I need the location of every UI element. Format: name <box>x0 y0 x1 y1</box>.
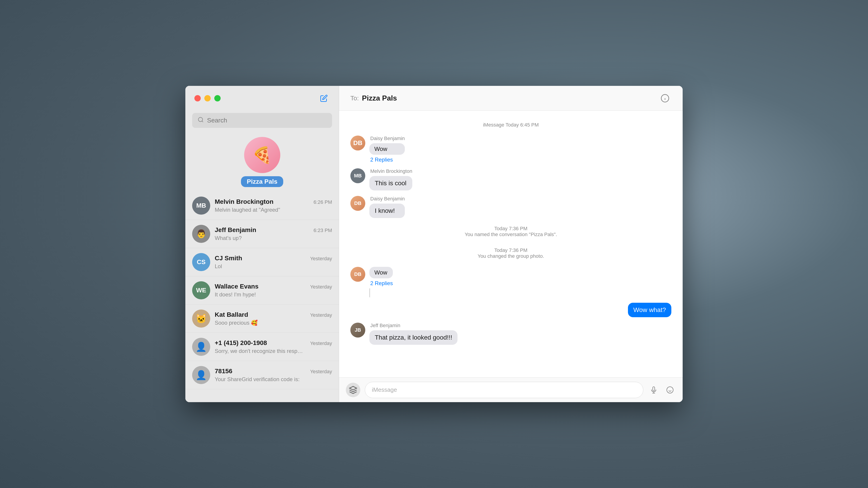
conv-info-jeff: Jeff Benjamin 6:23 PM What's up? <box>215 226 332 241</box>
msg-sender-2: Melvin Brockington <box>370 168 412 174</box>
search-input[interactable] <box>207 117 327 124</box>
msg-sender-1: Daisy Benjamin <box>370 135 405 141</box>
bubble-5: Wow what? <box>628 303 671 317</box>
conv-time-78156: Yesterday <box>310 369 332 375</box>
conv-time-cj: Yesterday <box>310 256 332 262</box>
conv-info-wallace: Wallace Evans Yesterday It does! I'm hyp… <box>215 283 332 298</box>
audio-button[interactable] <box>648 384 659 396</box>
replies-link-2[interactable]: 2 Replies <box>370 280 393 287</box>
avatar-wallace: WE <box>192 281 210 299</box>
conv-info-melvin: Melvin Brockington 6:26 PM Melvin laughe… <box>215 198 332 213</box>
conv-preview-kat: Sooo precious 🥰 <box>215 320 305 326</box>
message-row-1: DB Daisy Benjamin Wow 2 Replies <box>350 135 671 163</box>
conversation-item-jeff[interactable]: 👨 Jeff Benjamin 6:23 PM What's up? <box>185 220 339 248</box>
system-msg-time-3: Today 7:36 PM <box>494 248 528 253</box>
message-row-4: DB Wow 2 Replies <box>350 267 671 287</box>
avatar-cj: CS <box>192 253 210 271</box>
conv-time-kat: Yesterday <box>310 312 332 318</box>
messages-window: 🍕 Pizza Pals MB Melvin Brockington 6:26 … <box>185 86 683 402</box>
bubble-3: I know! <box>369 203 405 218</box>
group-name-badge: Pizza Pals <box>241 176 283 187</box>
message-row-6: JB Jeff Benjamin That pizza, it looked g… <box>350 323 671 345</box>
conversation-item-78156[interactable]: 👤 78156 Yesterday Your ShareGrid verific… <box>185 361 339 389</box>
titlebar <box>185 86 339 111</box>
conv-info-78156: 78156 Yesterday Your ShareGrid verificat… <box>215 367 332 383</box>
pizza-icon: 🍕 <box>252 146 272 164</box>
emoji-button[interactable] <box>664 384 676 396</box>
msg-content-3: Daisy Benjamin I know! <box>369 196 405 218</box>
close-button[interactable] <box>194 95 201 101</box>
avatar-daisy-1: DB <box>350 135 365 151</box>
conv-name-cj: CJ Smith <box>215 255 242 262</box>
search-icon <box>197 117 204 125</box>
chat-area: To: Pizza Pals iMessage Today 6:45 PM DB <box>339 86 683 402</box>
conv-name-78156: 78156 <box>215 367 232 375</box>
maximize-button[interactable] <box>214 95 221 101</box>
group-avatar: 🍕 <box>244 137 280 173</box>
message-input-placeholder: iMessage <box>372 386 397 393</box>
search-bar[interactable] <box>192 113 332 128</box>
avatar-78156: 👤 <box>192 366 210 384</box>
msg-content-6: Jeff Benjamin That pizza, it looked good… <box>369 323 458 345</box>
msg-sender-6: Jeff Benjamin <box>370 323 458 328</box>
msg-content-1: Daisy Benjamin Wow 2 Replies <box>369 135 405 163</box>
chat-info-button[interactable] <box>659 92 671 105</box>
conv-name-kat: Kat Ballard <box>215 311 248 318</box>
conversation-item-kat[interactable]: 🐱 Kat Ballard Yesterday Sooo precious 🥰 <box>185 304 339 333</box>
chat-header: To: Pizza Pals <box>339 86 683 111</box>
conv-name-phone: +1 (415) 200-1908 <box>215 339 267 347</box>
avatar-daisy-2: DB <box>350 196 365 211</box>
msg-sender-3: Daisy Benjamin <box>370 196 405 202</box>
conv-info-phone: +1 (415) 200-1908 Yesterday Sorry, we do… <box>215 339 332 354</box>
conv-time-melvin: 6:26 PM <box>313 199 332 205</box>
msg-content-5: Wow what? <box>628 303 671 317</box>
conv-info-cj: CJ Smith Yesterday Lol <box>215 255 332 269</box>
conv-preview-phone: Sorry, we don't recognize this response.… <box>215 348 305 354</box>
conv-preview-jeff: What's up? <box>215 235 305 241</box>
conversation-item-melvin[interactable]: MB Melvin Brockington 6:26 PM Melvin lau… <box>185 192 339 220</box>
avatar-daisy-3: DB <box>350 267 365 282</box>
message-row-5: Wow what? <box>350 303 671 317</box>
compose-button[interactable] <box>318 92 330 104</box>
msg-content-4: Wow 2 Replies <box>369 267 393 287</box>
bubble-4: Wow <box>369 267 393 278</box>
conv-info-kat: Kat Ballard Yesterday Sooo precious 🥰 <box>215 311 332 326</box>
chat-group-name: Pizza Pals <box>362 94 397 102</box>
conv-name-jeff: Jeff Benjamin <box>215 226 256 234</box>
chat-to-label: To: <box>350 95 359 102</box>
bubble-1: Wow <box>369 143 405 155</box>
avatar-phone: 👤 <box>192 338 210 356</box>
conv-preview-cj: Lol <box>215 263 305 269</box>
system-msg-service: iMessage <box>483 122 504 128</box>
conv-name-melvin: Melvin Brockington <box>215 198 274 205</box>
bubble-6: That pizza, it looked good!!! <box>369 330 458 345</box>
svg-rect-4 <box>653 387 655 391</box>
avatar-melvin-chat: MB <box>350 168 365 183</box>
avatar-jeff-chat: JB <box>350 323 365 337</box>
conv-preview-78156: Your ShareGrid verification code is: <box>215 376 305 383</box>
replies-link-1[interactable]: 2 Replies <box>370 157 405 163</box>
conversation-item-cj[interactable]: CS CJ Smith Yesterday Lol <box>185 248 339 276</box>
conversation-item-wallace[interactable]: WE Wallace Evans Yesterday It does! I'm … <box>185 276 339 304</box>
sidebar: 🍕 Pizza Pals MB Melvin Brockington 6:26 … <box>185 86 339 402</box>
system-msg-time-2: Today 7:36 PM <box>494 226 528 231</box>
avatar-melvin: MB <box>192 197 210 215</box>
appstore-button[interactable] <box>346 383 360 397</box>
system-message-2: Today 7:36 PM You named the conversation… <box>350 226 671 237</box>
message-row-2: MB Melvin Brockington This is cool <box>350 168 671 191</box>
thread-line <box>369 288 370 297</box>
msg-content-2: Melvin Brockington This is cool <box>369 168 412 191</box>
conv-time-phone: Yesterday <box>310 340 332 346</box>
message-input[interactable]: iMessage <box>365 382 643 398</box>
message-row-3: DB Daisy Benjamin I know! <box>350 196 671 218</box>
conversation-item-phone[interactable]: 👤 +1 (415) 200-1908 Yesterday Sorry, we … <box>185 333 339 361</box>
svg-point-0 <box>198 117 203 122</box>
system-msg-text-3: You changed the group photo. <box>477 253 544 259</box>
avatar-kat: 🐱 <box>192 310 210 328</box>
avatar-jeff: 👨 <box>192 225 210 243</box>
system-message-1: iMessage Today 6:45 PM <box>350 122 671 128</box>
system-message-3: Today 7:36 PM You changed the group phot… <box>350 248 671 259</box>
group-header: 🍕 Pizza Pals <box>185 132 339 192</box>
conv-preview-wallace: It does! I'm hype! <box>215 291 305 298</box>
minimize-button[interactable] <box>204 95 211 101</box>
